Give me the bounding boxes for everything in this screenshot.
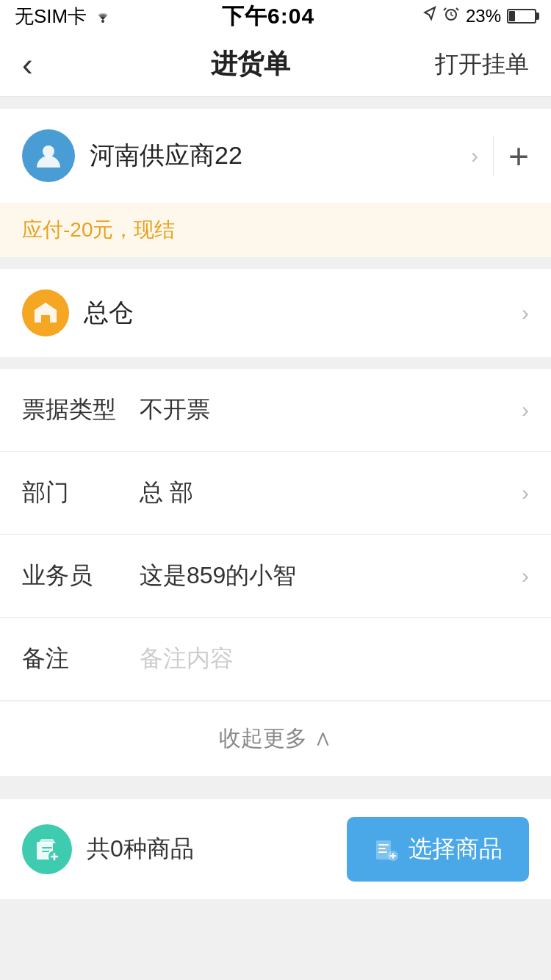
alarm-icon	[442, 5, 460, 27]
section-divider-1	[0, 97, 551, 109]
department-row[interactable]: 部门 总 部 ›	[0, 452, 551, 535]
bottom-section: 共0种商品 选择商品	[0, 799, 551, 899]
supplier-avatar	[22, 129, 75, 182]
status-left: 无SIM卡	[15, 4, 113, 29]
supplier-chevron-icon: ›	[471, 143, 478, 168]
section-divider-4	[0, 776, 551, 788]
department-chevron-icon: ›	[522, 480, 529, 505]
product-icon	[22, 824, 72, 874]
svg-point-2	[43, 145, 54, 157]
warehouse-row[interactable]: 总仓 ›	[0, 269, 551, 357]
open-pending-button[interactable]: 打开挂单	[435, 48, 529, 81]
warehouse-chevron-icon: ›	[522, 300, 529, 325]
wifi-icon	[93, 5, 113, 28]
form-section: 票据类型 不开票 › 部门 总 部 › 业务员 这是859的小智 › 备注 备注…	[0, 369, 551, 776]
add-supplier-button[interactable]: +	[493, 136, 529, 176]
status-time: 下午6:04	[222, 1, 314, 32]
invoice-value: 不开票	[140, 394, 522, 426]
salesperson-label: 业务员	[22, 560, 140, 592]
salesperson-value: 这是859的小智	[140, 560, 522, 592]
page-title: 进货单	[211, 46, 290, 82]
select-product-button[interactable]: 选择商品	[347, 817, 529, 882]
invoice-chevron-icon: ›	[522, 397, 529, 422]
section-divider-3	[0, 357, 551, 369]
collapse-button[interactable]: 收起更多 ∧	[0, 701, 551, 776]
status-bar: 无SIM卡 下午6:04 23%	[0, 0, 551, 32]
back-button[interactable]: ‹	[22, 46, 66, 83]
status-right: 23%	[423, 5, 536, 27]
product-count: 共0种商品	[87, 833, 347, 865]
section-divider-2	[0, 257, 551, 269]
remark-label: 备注	[22, 643, 140, 675]
department-label: 部门	[22, 477, 140, 509]
supplier-row[interactable]: 河南供应商22 › +	[0, 109, 551, 203]
carrier-text: 无SIM卡	[15, 4, 87, 29]
nav-bar: ‹ 进货单 打开挂单	[0, 32, 551, 97]
battery-percent: 23%	[466, 6, 501, 26]
department-value: 总 部	[140, 477, 522, 509]
supplier-name: 河南供应商22	[90, 139, 471, 173]
salesperson-chevron-icon: ›	[522, 563, 529, 588]
remark-row[interactable]: 备注 备注内容	[0, 618, 551, 701]
warehouse-icon	[22, 289, 69, 336]
select-product-label: 选择商品	[408, 833, 503, 865]
supplier-section: 河南供应商22 › + 应付-20元，现结	[0, 109, 551, 257]
svg-point-0	[101, 20, 104, 23]
remark-input[interactable]: 备注内容	[140, 643, 529, 675]
info-banner: 应付-20元，现结	[0, 203, 551, 257]
warehouse-name: 总仓	[84, 296, 522, 330]
svg-rect-3	[41, 315, 50, 323]
salesperson-row[interactable]: 业务员 这是859的小智 ›	[0, 535, 551, 618]
invoice-label: 票据类型	[22, 394, 140, 426]
battery-icon	[507, 9, 536, 24]
location-icon	[423, 6, 436, 26]
invoice-row[interactable]: 票据类型 不开票 ›	[0, 369, 551, 452]
